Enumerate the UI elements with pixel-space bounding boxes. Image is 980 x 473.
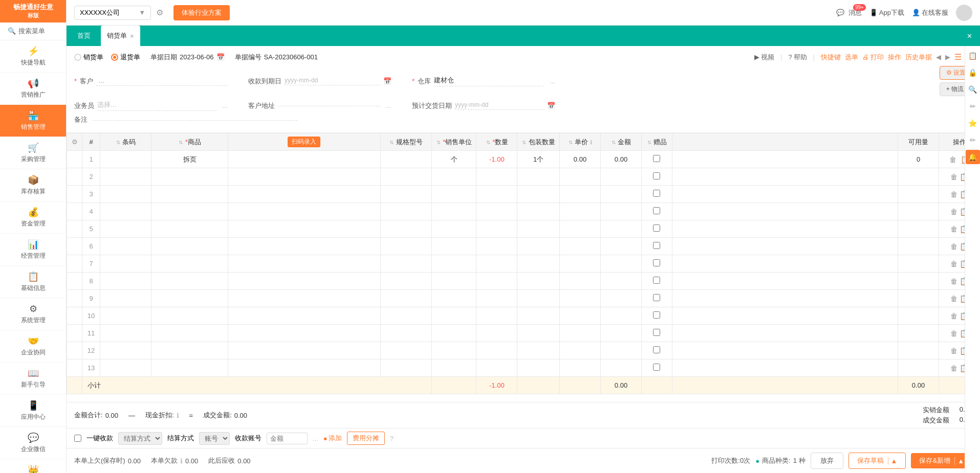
salesperson-input[interactable]: 选择... <box>97 100 216 111</box>
action-operate[interactable]: 操作 <box>888 53 901 62</box>
radio-sales-order[interactable]: 销货单 <box>74 53 103 62</box>
float-star-icon[interactable]: ⭐ <box>966 116 980 130</box>
sidebar-item-sales[interactable]: 🏪 销售管理 <box>0 105 66 137</box>
float-lock-icon[interactable]: 🔒 <box>966 65 980 80</box>
save-new-button[interactable]: 保存&新增 ▲ <box>911 453 972 468</box>
delete-icon[interactable]: 🗑 <box>950 260 957 268</box>
product-type-icon[interactable]: ● <box>755 457 759 465</box>
delete-icon[interactable]: 🗑 <box>950 347 957 355</box>
action-shortcut[interactable]: 快捷键 <box>821 53 841 62</box>
sidebar-item-wechat[interactable]: 💬 企业微信 <box>0 427 66 459</box>
row-product-1[interactable]: 拆页 <box>151 151 228 168</box>
sidebar-item-operation[interactable]: 📊 经营管理 <box>0 234 66 266</box>
overdue-info[interactable]: ℹ <box>180 457 183 465</box>
sidebar-item-system[interactable]: ⚙ 系统管理 <box>0 298 66 330</box>
sidebar-item-inventory[interactable]: 📦 库存核算 <box>0 169 66 201</box>
save-draft-button[interactable]: 保存草稿 ▲ <box>848 453 906 469</box>
col-avail-header <box>672 133 898 151</box>
row-amount-1[interactable]: 0.00 <box>600 151 641 168</box>
delete-icon[interactable]: 🗑 <box>950 295 957 303</box>
overdue-label: 本单欠款 <box>151 456 178 465</box>
float-bell-icon[interactable]: 🔔 <box>966 150 980 164</box>
delete-icon[interactable]: 🗑 <box>950 329 957 337</box>
action-video[interactable]: ▶ 视频 <box>754 53 774 62</box>
tab-bar-close[interactable]: ✕ <box>967 32 977 40</box>
amount-input[interactable] <box>267 433 308 444</box>
sidebar-item-member[interactable]: 👑 畅会员 <box>0 459 66 473</box>
settings-icon[interactable]: ⚙ <box>156 8 163 17</box>
salesperson-field: 业务员 选择... ... <box>74 100 228 111</box>
online-service[interactable]: 👤 在线客服 <box>912 8 948 17</box>
delivery-calendar-icon[interactable]: 📅 <box>547 102 555 109</box>
operation-icon: 📊 <box>28 239 39 250</box>
row-unit-1[interactable]: 个 <box>431 151 476 168</box>
sidebar-item-enterprise[interactable]: 🤝 企业协同 <box>0 330 66 363</box>
row-qty-1[interactable]: -1.00 <box>476 151 517 168</box>
row-pkgqty-1[interactable]: 1个 <box>517 151 560 168</box>
delivery-date-input[interactable]: yyyy-mm-dd <box>455 101 544 110</box>
row-gift-1[interactable] <box>641 151 672 168</box>
message-container[interactable]: 💬 99+ 消息 <box>836 8 862 17</box>
sidebar-item-basic[interactable]: 📋 基础信息 <box>0 266 66 298</box>
date-value[interactable]: 2023-06-06 <box>180 53 214 61</box>
company-selector[interactable]: XXXXXX公司 ▼ <box>74 6 151 20</box>
account-select[interactable]: 账号 <box>199 432 230 445</box>
sidebar-item-marketing[interactable]: 📢 营销推广 <box>0 73 66 105</box>
col-settings-header[interactable]: ⚙ <box>67 133 82 151</box>
customer-address-input[interactable] <box>278 105 380 106</box>
app-download[interactable]: 📱 App下载 <box>869 8 904 17</box>
prev-icon[interactable]: ◀ <box>936 53 941 61</box>
float-pencil-icon[interactable]: ✏ <box>966 133 980 147</box>
delete-icon-1[interactable]: 🗑 <box>949 155 956 164</box>
delete-icon[interactable]: 🗑 <box>950 173 957 181</box>
tab-close-icon[interactable]: × <box>130 32 134 40</box>
action-history[interactable]: 历史单据 <box>905 53 932 62</box>
trial-button[interactable]: 体验行业方案 <box>173 5 230 20</box>
sidebar-item-quick-nav[interactable]: ⚡ 快捷导航 <box>0 40 66 73</box>
expense-split-button[interactable]: 费用分摊 <box>347 432 385 445</box>
delete-icon[interactable]: 🗑 <box>950 364 957 372</box>
float-edit-icon[interactable]: ✏ <box>966 99 980 114</box>
warehouse-input[interactable]: 建材仓 <box>434 76 544 86</box>
tab-sales-order[interactable]: 销货单 × <box>101 26 140 46</box>
float-search-icon[interactable]: 🔍 <box>966 82 980 97</box>
add-payment-button[interactable]: ● 添加 <box>323 434 342 443</box>
table-row: 3🗑📋 <box>67 186 980 203</box>
col-scan-header[interactable]: 扫码录入 <box>228 133 381 151</box>
delete-icon[interactable]: 🗑 <box>950 277 957 285</box>
action-print[interactable]: 🖨 打印 <box>862 53 884 62</box>
user-avatar[interactable] <box>956 5 972 21</box>
sidebar-item-appstore[interactable]: 📱 应用中心 <box>0 395 66 427</box>
action-help[interactable]: ? 帮助 <box>788 53 807 62</box>
date-picker-icon[interactable]: 📅 <box>383 77 391 85</box>
list-view-icon[interactable]: ☰ <box>954 52 962 62</box>
payment-due-input[interactable]: yyyy-mm-dd <box>285 77 380 85</box>
delete-icon[interactable]: 🗑 <box>950 225 957 233</box>
row-barcode-1[interactable] <box>100 151 151 168</box>
remark-input[interactable] <box>93 119 297 121</box>
delete-icon[interactable]: 🗑 <box>950 190 957 198</box>
abandon-button[interactable]: 放弃 <box>811 453 843 469</box>
row-spec-1[interactable] <box>380 151 431 168</box>
sidebar-item-guide[interactable]: 📖 新手引导 <box>0 363 66 395</box>
tab-home[interactable]: 首页 <box>69 26 99 46</box>
scan-button[interactable]: 扫码录入 <box>288 137 320 147</box>
expense-help-icon[interactable]: ? <box>390 435 394 442</box>
sidebar-item-purchase[interactable]: 🛒 采购管理 <box>0 137 66 169</box>
payment-method-select[interactable]: 结算方式 <box>118 432 162 445</box>
delete-icon[interactable]: 🗑 <box>950 208 957 216</box>
customer-input[interactable]: ... <box>96 77 228 86</box>
radio-return-order[interactable]: 退货单 <box>111 53 140 62</box>
cash-discount-info[interactable]: ℹ <box>177 412 179 419</box>
calendar-icon[interactable]: 📅 <box>216 53 225 61</box>
delete-icon[interactable]: 🗑 <box>950 242 957 251</box>
action-select[interactable]: 选单 <box>845 53 858 62</box>
float-note-icon[interactable]: 📋 <box>966 49 980 63</box>
sidebar-search[interactable]: 🔍 搜索菜单 <box>0 22 66 40</box>
sidebar-item-finance[interactable]: 💰 资金管理 <box>0 201 66 234</box>
row-price-1[interactable]: 0.00 <box>559 151 600 168</box>
delete-icon[interactable]: 🗑 <box>950 312 957 320</box>
number-value[interactable]: SA-20230606-001 <box>264 53 318 61</box>
one-click-checkbox[interactable] <box>74 435 81 442</box>
next-icon[interactable]: ▶ <box>945 53 950 61</box>
